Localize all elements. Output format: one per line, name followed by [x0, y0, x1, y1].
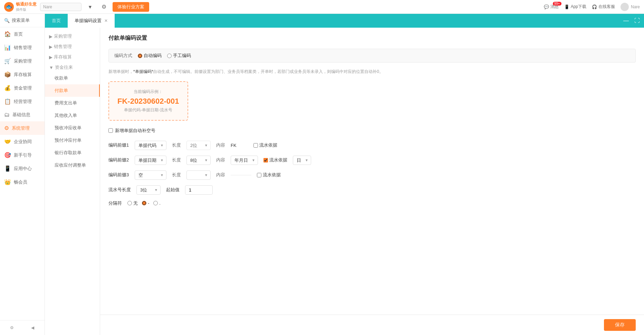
prefix1-length-select[interactable]: 2位 — [186, 141, 211, 150]
sidebar-item-inventory[interactable]: 📦 库存核算 — [0, 68, 45, 81]
sidebar-item-system[interactable]: ⚙ 系统管理 — [0, 121, 45, 135]
encoding-method-label: 编码方式 — [114, 53, 132, 59]
tab-home[interactable]: 首页 — [45, 14, 68, 28]
sub-group-purchase[interactable]: ▶ 采购管理 — [45, 30, 100, 41]
sidebar-item-enterprise[interactable]: 🤝 企业协同 — [0, 135, 45, 148]
logo-text: 畅通好生意 插件版 — [16, 1, 37, 12]
trial-btn[interactable]: 体验行业方案 — [113, 2, 149, 12]
sub-item-adjustment[interactable]: 应收应付调整单 — [45, 159, 100, 171]
separator-label: 分隔符 — [108, 200, 122, 206]
search-bar: Nare — [40, 3, 81, 11]
sub-item-prepay-recv[interactable]: 预收冲应收单 — [45, 122, 100, 134]
settings-button[interactable]: ▼ — [85, 3, 95, 11]
basic-icon: 🗂 — [4, 112, 10, 118]
prefix3-serial-checkbox[interactable] — [257, 173, 261, 177]
sidebar-item-finance[interactable]: 💰 资金管理 — [0, 81, 45, 95]
prefix2-serial-checkbox-label: 流水依据 — [263, 157, 287, 163]
operations-icon: 📋 — [4, 98, 11, 105]
form-container: 付款单编码设置 编码方式 自动编码 手工编码 — [100, 28, 644, 335]
info-text: 新增单据时，*单据编码*自动生成，不可编辑。前缀设置为部门、业务员等档案类，开单… — [108, 68, 636, 76]
prefix3-length-select[interactable] — [186, 170, 211, 180]
save-button[interactable]: 保存 — [604, 319, 636, 331]
finance-icon: 💰 — [4, 85, 11, 91]
tab-close-icon[interactable]: ✕ — [104, 18, 108, 23]
form-area: 付款单编码设置 编码方式 自动编码 手工编码 — [100, 28, 644, 315]
sidebar-item-app[interactable]: 📱 应用中心 — [0, 162, 45, 175]
message-icon: 💬 — [544, 4, 549, 9]
minimize-icon[interactable]: — — [622, 16, 630, 25]
sidebar-item-home[interactable]: 🏠 首页 — [0, 27, 45, 41]
topbar: 🐟 畅通好生意 插件版 Nare ▼ ⚙ 体验行业方案 💬 消息 99+ 📱 A… — [0, 0, 644, 14]
serial-start-input[interactable] — [185, 185, 213, 195]
sidebar-collapse-btn[interactable]: ◀ — [24, 323, 42, 332]
sub-item-bank[interactable]: 银行存取款单 — [45, 147, 100, 159]
prefix2-row: 编码前缀2 单据日期 部门 业务员 仓库 自定义 空 ▼ — [108, 156, 636, 165]
sub-group-capital[interactable]: ▼ 资金往来 — [45, 62, 100, 72]
sub-item-other-income[interactable]: 其他收入单 — [45, 109, 100, 122]
group-purchase-arrow: ▶ — [49, 34, 52, 39]
message-btn[interactable]: 💬 消息 99+ — [544, 4, 559, 10]
topbar-right: 💬 消息 99+ 📱 App下载 🎧 在线客服 Nare — [544, 3, 640, 11]
sidebar-item-newbie[interactable]: 🎯 新手引导 — [0, 148, 45, 162]
sidebar-bottom: ⚙ ◀ — [0, 320, 45, 335]
topbar-left: 🐟 畅通好生意 插件版 Nare ▼ ⚙ 体验行业方案 — [4, 1, 149, 12]
prefix3-serial-checkbox-label: 流水依据 — [257, 172, 281, 178]
sub-group-inventory[interactable]: ▶ 库存核算 — [45, 51, 100, 62]
sidebar-item-operations[interactable]: 📋 经营管理 — [0, 95, 45, 108]
prefix2-content-select[interactable]: 年月日 年月 年 — [231, 156, 258, 165]
auto-encoding-radio[interactable]: 自动编码 — [138, 53, 162, 59]
group-inventory-arrow: ▶ — [49, 55, 52, 60]
gear-button[interactable]: ⚙ — [99, 2, 109, 11]
prefix2-serial-checkbox[interactable] — [263, 158, 268, 162]
prefix2-select[interactable]: 单据日期 部门 业务员 仓库 自定义 空 — [135, 156, 166, 165]
sidebar-item-member[interactable]: 👑 畅会员 — [0, 175, 45, 189]
search-icon: 🔍 — [4, 18, 10, 23]
sidebar-item-basic[interactable]: 🗂 基础信息 — [0, 108, 45, 121]
tab-encoding[interactable]: 单据编码设置 ✕ — [68, 14, 115, 28]
prefix3-select[interactable]: 空 单据代码 部门 业务员 仓库 自定义 — [135, 170, 166, 180]
prefix1-label: 编码前缀1 — [108, 142, 129, 148]
sep-dot-radio[interactable]: . — [153, 201, 161, 206]
sep-dash-radio[interactable]: - — [142, 201, 149, 206]
sub-item-expense[interactable]: 费用支出单 — [45, 97, 100, 109]
prefix1-row: 编码前缀1 单据代码 部门 业务员 仓库 自定义 ▼ 长度 — [108, 141, 636, 150]
info-highlight: *单据编码* — [133, 69, 153, 74]
online-service-btn[interactable]: 🎧 在线客服 — [592, 4, 615, 10]
prefix2-length-label: 长度 — [172, 157, 181, 163]
prefix3-length-wrapper: ▼ — [186, 170, 211, 180]
prefix1-length-wrapper: 2位 ▼ — [186, 141, 211, 150]
group-capital-arrow: ▼ — [49, 65, 54, 70]
prefix2-select-wrapper: 单据日期 部门 业务员 仓库 自定义 空 ▼ — [135, 156, 166, 165]
sidebar-settings-btn[interactable]: ⚙ — [3, 323, 21, 332]
serial-label: 流水号长度 — [108, 187, 131, 193]
prefix2-length-select[interactable]: 4位 6位 8位 — [186, 156, 211, 165]
app-center-icon: 📱 — [4, 165, 11, 172]
prefix1-serial-checkbox[interactable] — [253, 143, 258, 148]
sidebar-item-sales[interactable]: 📊 销售管理 — [0, 41, 45, 54]
newbie-icon: 🎯 — [4, 152, 11, 158]
manual-encoding-radio[interactable]: 手工编码 — [167, 53, 191, 59]
serial-length-select[interactable]: 3位 4位 5位 6位 — [136, 185, 161, 195]
sub-item-payment[interactable]: 付款单 — [45, 84, 100, 97]
prefix2-day-wrapper: 日 月 年 ▼ — [293, 156, 311, 165]
prefix1-length-label: 长度 — [172, 142, 181, 148]
prefix3-content-value — [231, 175, 251, 175]
message-badge: 99+ — [553, 2, 561, 6]
auto-fill-label[interactable]: 新增单据自动补空号 — [115, 128, 155, 134]
sub-item-receipt[interactable]: 收款单 — [45, 72, 100, 84]
page-title: 付款单编码设置 — [108, 35, 636, 42]
maximize-icon[interactable]: ⛶ — [633, 16, 641, 25]
app-download-btn[interactable]: 📱 App下载 — [564, 4, 586, 10]
auto-fill-checkbox[interactable] — [108, 128, 113, 133]
prefix2-day-select[interactable]: 日 月 年 — [293, 156, 311, 165]
serial-row: 流水号长度 3位 4位 5位 6位 ▼ 起始值 — [108, 185, 636, 195]
app-icon: 📱 — [564, 4, 569, 9]
inventory-icon: 📦 — [4, 71, 11, 78]
prefix1-select[interactable]: 单据代码 部门 业务员 仓库 自定义 — [135, 141, 166, 150]
sub-item-prepay-pay[interactable]: 预付冲应付单 — [45, 134, 100, 147]
prefix3-select-wrapper: 空 单据代码 部门 业务员 仓库 自定义 ▼ — [135, 170, 166, 180]
sidebar-item-purchase[interactable]: 🛒 采购管理 — [0, 54, 45, 68]
sep-none-radio[interactable]: 无 — [127, 200, 138, 206]
sub-group-sales[interactable]: ▶ 销售管理 — [45, 41, 100, 51]
search-menu-btn[interactable]: 🔍 搜索菜单 — [0, 14, 45, 27]
